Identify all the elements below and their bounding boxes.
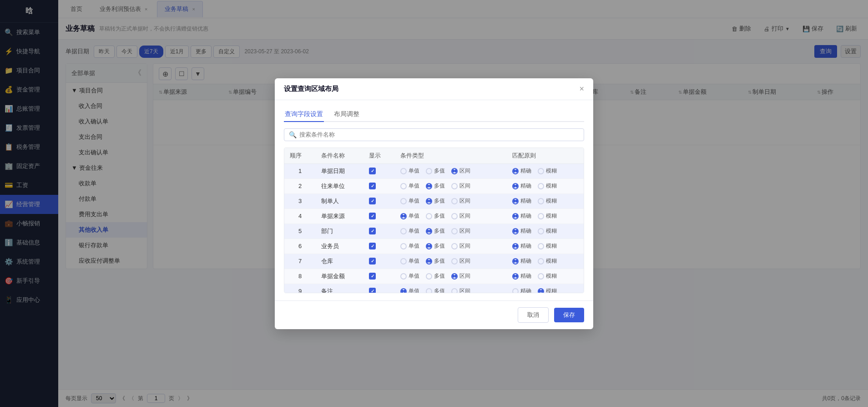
display-checkbox-7[interactable] (369, 273, 376, 280)
row-name-4: 部门 (316, 224, 363, 239)
row-type-8: 单值 多值 区间 (395, 284, 507, 293)
match-exact-5[interactable]: 精确 (512, 242, 531, 250)
row-display-3[interactable] (363, 209, 395, 224)
display-checkbox-8[interactable] (369, 288, 376, 293)
row-display-2[interactable] (363, 193, 395, 209)
type-single-7[interactable]: 单值 (400, 272, 419, 280)
config-col-display: 显示 (363, 148, 395, 164)
match-fuzzy-3[interactable]: 模糊 (538, 212, 557, 220)
type-range-7[interactable]: 区间 (451, 272, 470, 280)
type-multi-6[interactable]: 多值 (426, 257, 445, 265)
match-fuzzy-1[interactable]: 模糊 (538, 182, 557, 190)
display-checkbox-1[interactable] (369, 183, 376, 189)
config-table-row: 6业务员 单值 多值 区间 精确 模糊 (284, 239, 584, 254)
type-single-6[interactable]: 单值 (400, 257, 419, 265)
type-multi-7[interactable]: 多值 (426, 272, 445, 280)
match-exact-7[interactable]: 精确 (512, 272, 531, 280)
row-match-0: 精确 模糊 (507, 163, 584, 178)
type-multi-2[interactable]: 多值 (426, 197, 445, 205)
row-order-0: 1 (284, 163, 316, 178)
type-single-1[interactable]: 单值 (400, 182, 419, 190)
type-range-3[interactable]: 区间 (451, 212, 470, 220)
match-exact-0[interactable]: 精确 (512, 167, 531, 175)
type-single-4[interactable]: 单值 (400, 227, 419, 235)
display-checkbox-5[interactable] (369, 243, 376, 249)
type-single-8[interactable]: 单值 (400, 287, 419, 293)
row-name-1: 往来单位 (316, 178, 363, 193)
type-range-5[interactable]: 区间 (451, 242, 470, 250)
config-table-scroll: 顺序条件名称显示条件类型匹配原则 1单据日期 单值 多值 区间 精 (284, 148, 584, 293)
row-match-6: 精确 模糊 (507, 254, 584, 269)
row-display-5[interactable] (363, 239, 395, 254)
row-match-2: 精确 模糊 (507, 193, 584, 209)
display-checkbox-6[interactable] (369, 258, 376, 265)
match-fuzzy-0[interactable]: 模糊 (538, 167, 557, 175)
match-exact-3[interactable]: 精确 (512, 212, 531, 220)
match-exact-6[interactable]: 精确 (512, 257, 531, 265)
type-range-1[interactable]: 区间 (451, 182, 470, 190)
config-table-row: 5部门 单值 多值 区间 精确 模糊 (284, 224, 584, 239)
row-display-0[interactable] (363, 163, 395, 178)
type-multi-1[interactable]: 多值 (426, 182, 445, 190)
config-table-row: 2往来单位 单值 多值 区间 精确 模糊 (284, 178, 584, 193)
type-single-0[interactable]: 单值 (400, 167, 419, 175)
search-input[interactable] (299, 131, 579, 138)
display-checkbox-4[interactable] (369, 228, 376, 234)
match-exact-4[interactable]: 精确 (512, 227, 531, 235)
display-checkbox-0[interactable] (369, 168, 376, 174)
row-display-4[interactable] (363, 224, 395, 239)
search-box: 🔍 (284, 128, 584, 141)
type-range-6[interactable]: 区间 (451, 257, 470, 265)
row-type-4: 单值 多值 区间 (395, 224, 507, 239)
type-range-0[interactable]: 区间 (451, 167, 470, 175)
type-single-5[interactable]: 单值 (400, 242, 419, 250)
match-fuzzy-4[interactable]: 模糊 (538, 227, 557, 235)
row-display-7[interactable] (363, 269, 395, 284)
row-order-7: 8 (284, 269, 316, 284)
config-table-header: 顺序条件名称显示条件类型匹配原则 (284, 148, 584, 164)
type-multi-5[interactable]: 多值 (426, 242, 445, 250)
type-single-2[interactable]: 单值 (400, 197, 419, 205)
type-multi-3[interactable]: 多值 (426, 212, 445, 220)
display-checkbox-2[interactable] (369, 198, 376, 204)
match-fuzzy-6[interactable]: 模糊 (538, 257, 557, 265)
modal-tab-query-fields[interactable]: 查询字段设置 (284, 107, 324, 122)
row-order-5: 6 (284, 239, 316, 254)
row-order-4: 5 (284, 224, 316, 239)
config-table-row: 8单据金额 单值 多值 区间 精确 模糊 (284, 269, 584, 284)
display-checkbox-3[interactable] (369, 213, 376, 219)
type-multi-4[interactable]: 多值 (426, 227, 445, 235)
cancel-button[interactable]: 取消 (518, 307, 549, 323)
type-range-4[interactable]: 区间 (451, 227, 470, 235)
modal-title: 设置查询区域布局 (284, 85, 338, 93)
modal-tab-layout[interactable]: 布局调整 (333, 107, 360, 122)
row-match-8: 精确 模糊 (507, 284, 584, 293)
row-type-7: 单值 多值 区间 (395, 269, 507, 284)
type-range-8[interactable]: 区间 (451, 287, 470, 293)
row-display-8[interactable] (363, 284, 395, 293)
row-name-7: 单据金额 (316, 269, 363, 284)
config-table-row: 4单据来源 单值 多值 区间 精确 模糊 (284, 209, 584, 224)
modal-footer: 取消 保存 (275, 300, 593, 329)
type-single-3[interactable]: 单值 (400, 212, 419, 220)
row-match-4: 精确 模糊 (507, 224, 584, 239)
save-modal-button[interactable]: 保存 (554, 308, 584, 322)
row-type-5: 单值 多值 区间 (395, 239, 507, 254)
match-fuzzy-5[interactable]: 模糊 (538, 242, 557, 250)
row-type-1: 单值 多值 区间 (395, 178, 507, 193)
config-col-type: 条件类型 (395, 148, 507, 164)
match-fuzzy-2[interactable]: 模糊 (538, 197, 557, 205)
row-order-3: 4 (284, 209, 316, 224)
row-display-1[interactable] (363, 178, 395, 193)
type-multi-8[interactable]: 多值 (426, 287, 445, 293)
row-display-6[interactable] (363, 254, 395, 269)
config-table: 顺序条件名称显示条件类型匹配原则 1单据日期 单值 多值 区间 精 (284, 148, 584, 293)
match-exact-1[interactable]: 精确 (512, 182, 531, 190)
match-exact-2[interactable]: 精确 (512, 197, 531, 205)
type-range-2[interactable]: 区间 (451, 197, 470, 205)
match-exact-8[interactable]: 精确 (512, 287, 531, 293)
modal-close-button[interactable]: × (579, 85, 584, 93)
type-multi-0[interactable]: 多值 (426, 167, 445, 175)
match-fuzzy-8[interactable]: 模糊 (538, 287, 557, 293)
match-fuzzy-7[interactable]: 模糊 (538, 272, 557, 280)
